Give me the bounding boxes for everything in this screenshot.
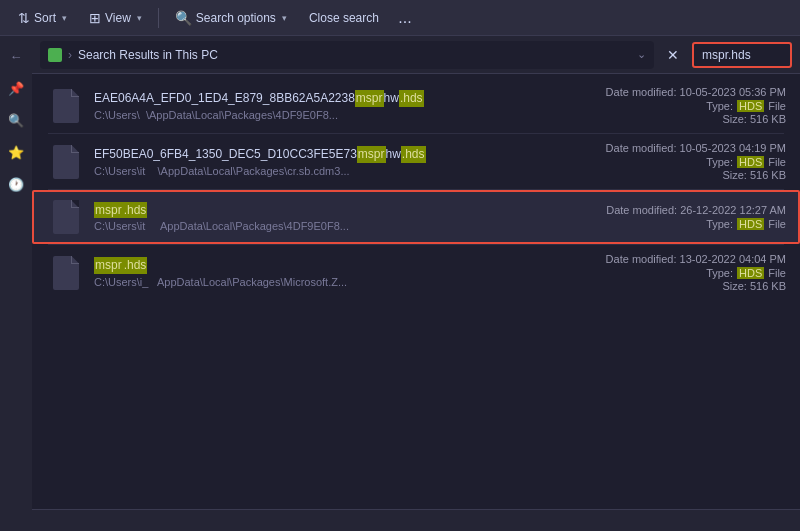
file-type: Type: HDS File [606, 267, 786, 279]
file-date: Date modified: 26-12-2022 12:27 AM [606, 204, 786, 216]
sort-label: Sort [34, 11, 56, 25]
close-search-label: Close search [309, 11, 379, 25]
sidebar-icon-back[interactable]: ← [4, 44, 28, 68]
file-name: EAE06A4A_EFD0_1ED4_E879_8BB62A5A2238mspr… [94, 90, 594, 107]
sort-button[interactable]: ⇅ Sort ▾ [8, 4, 77, 32]
address-path: Search Results in This PC [78, 48, 218, 62]
folder-icon [48, 48, 62, 62]
file-path: C:\Users\ \AppData\Local\Packages\4DF9E0… [94, 109, 594, 121]
search-options-button[interactable]: 🔍 Search options ▾ [165, 4, 297, 32]
status-bar [32, 509, 800, 531]
file-meta: Date modified: 26-12-2022 12:27 AM Type:… [606, 204, 786, 231]
file-date: Date modified: 10-05-2023 04:19 PM [606, 142, 786, 154]
sidebar-icon-star[interactable]: ⭐ [4, 140, 28, 164]
address-chevron-icon[interactable]: ⌄ [637, 48, 646, 61]
file-path: C:\Users\i_ AppData\Local\Packages\Micro… [94, 276, 594, 288]
file-icon [50, 143, 82, 181]
address-content[interactable]: › Search Results in This PC ⌄ [40, 41, 654, 69]
more-button[interactable]: ... [391, 4, 419, 32]
close-search-button[interactable]: Close search [299, 4, 389, 32]
file-name: mspr.hds [94, 257, 594, 274]
toolbar: ⇅ Sort ▾ ⊞ View ▾ 🔍 Search options ▾ Clo… [0, 0, 800, 36]
table-row[interactable]: mspr.hds C:\Users\it AppData\Local\Packa… [32, 190, 800, 244]
sidebar-icon-pin[interactable]: 📌 [4, 76, 28, 100]
search-options-icon: 🔍 [175, 10, 192, 26]
address-separator: › [68, 48, 72, 62]
toolbar-separator [158, 8, 159, 28]
file-info: EF50BEA0_6FB4_1350_DEC5_D10CC3FE5E73mspr… [94, 146, 594, 177]
search-options-label: Search options [196, 11, 276, 25]
file-icon [50, 254, 82, 292]
view-label: View [105, 11, 131, 25]
file-type: Type: HDS File [606, 100, 786, 112]
file-name: EF50BEA0_6FB4_1350_DEC5_D10CC3FE5E73mspr… [94, 146, 594, 163]
file-info: mspr.hds C:\Users\i_ AppData\Local\Packa… [94, 257, 594, 288]
address-bar: › Search Results in This PC ⌄ ✕ mspr.hds [32, 36, 800, 74]
file-meta: Date modified: 10-05-2023 05:36 PM Type:… [606, 86, 786, 125]
sidebar-icon-clock[interactable]: 🕐 [4, 172, 28, 196]
file-icon [50, 198, 82, 236]
file-meta: Date modified: 13-02-2022 04:04 PM Type:… [606, 253, 786, 292]
file-name: mspr.hds [94, 202, 594, 219]
file-size: Size: 516 KB [606, 113, 786, 125]
view-chevron: ▾ [137, 13, 142, 23]
file-date: Date modified: 13-02-2022 04:04 PM [606, 253, 786, 265]
table-row[interactable]: EF50BEA0_6FB4_1350_DEC5_D10CC3FE5E73mspr… [32, 134, 800, 189]
sort-chevron: ▾ [62, 13, 67, 23]
file-info: EAE06A4A_EFD0_1ED4_E879_8BB62A5A2238mspr… [94, 90, 594, 121]
file-info: mspr.hds C:\Users\it AppData\Local\Packa… [94, 202, 594, 233]
file-type: Type: HDS File [606, 218, 786, 230]
search-box[interactable]: mspr.hds [692, 42, 792, 68]
content-area: › Search Results in This PC ⌄ ✕ mspr.hds [32, 36, 800, 531]
file-date: Date modified: 10-05-2023 05:36 PM [606, 86, 786, 98]
address-close-button[interactable]: ✕ [660, 42, 686, 68]
main-layout: ← 📌 🔍 ⭐ 🕐 › Search Results in This PC ⌄ … [0, 36, 800, 531]
view-button[interactable]: ⊞ View ▾ [79, 4, 152, 32]
sort-icon: ⇅ [18, 10, 30, 26]
file-meta: Date modified: 10-05-2023 04:19 PM Type:… [606, 142, 786, 181]
view-icon: ⊞ [89, 10, 101, 26]
search-options-chevron: ▾ [282, 13, 287, 23]
sidebar-icon-search[interactable]: 🔍 [4, 108, 28, 132]
file-path: C:\Users\it \AppData\Local\Packages\cr.s… [94, 165, 594, 177]
file-list: EAE06A4A_EFD0_1ED4_E879_8BB62A5A2238mspr… [32, 74, 800, 509]
file-type: Type: HDS File [606, 156, 786, 168]
file-path: C:\Users\it AppData\Local\Packages\4DF9E… [94, 220, 594, 232]
table-row[interactable]: EAE06A4A_EFD0_1ED4_E879_8BB62A5A2238mspr… [32, 78, 800, 133]
search-value: mspr.hds [702, 48, 751, 62]
left-sidebar: ← 📌 🔍 ⭐ 🕐 [0, 36, 32, 531]
table-row[interactable]: mspr.hds C:\Users\i_ AppData\Local\Packa… [32, 245, 800, 300]
file-size: Size: 516 KB [606, 280, 786, 292]
file-icon [50, 87, 82, 125]
file-size: Size: 516 KB [606, 169, 786, 181]
